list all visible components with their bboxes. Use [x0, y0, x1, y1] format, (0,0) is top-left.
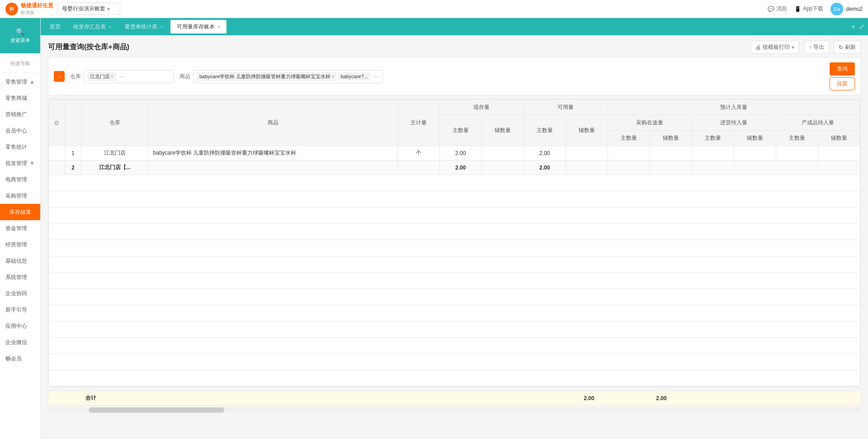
product-tag-1-close[interactable]: ×	[331, 74, 334, 79]
search-icon: 🔍	[16, 28, 25, 36]
tab-close-receipt[interactable]: ×	[108, 24, 111, 29]
footer-label: 合计	[81, 394, 117, 402]
tab-close-order[interactable]: ×	[160, 24, 163, 29]
tab-bar-right: × ⤢	[852, 23, 864, 30]
th-available: 可用量	[524, 100, 608, 115]
message-button[interactable]: 💬 消息	[768, 5, 787, 13]
table-row-empty	[49, 256, 860, 273]
search-menu-button[interactable]: 🔍 搜索菜单	[0, 18, 40, 53]
top-bar-right: 💬 消息 📱 App下载 Ea demo2	[768, 3, 863, 15]
tab-home[interactable]: 首页	[44, 23, 66, 31]
page-title: 可用量查询(按仓库+商品)	[48, 42, 129, 52]
tab-close-available[interactable]: ×	[217, 24, 220, 29]
th-product: 商品	[148, 100, 397, 146]
table-row-empty	[49, 240, 860, 256]
th-production-pending: 产成品待入量	[776, 115, 860, 131]
logo-icon: 好	[5, 3, 18, 15]
th-current-stock: 现存量	[439, 100, 524, 115]
setting-button[interactable]: 设置	[830, 77, 855, 90]
table-row-empty	[49, 370, 860, 387]
print-button[interactable]: 🖨 按模板打印 ▾	[750, 41, 799, 54]
warehouse-filter: 仓库 江北门店 × ···	[70, 70, 174, 83]
horizontal-scrollbar[interactable]	[48, 407, 861, 413]
product-filter: 商品 babycare学饮杯 儿童防摔防撞吸管杯重力球吸嘴杯宝宝水杯 × bab…	[179, 70, 383, 83]
export-button[interactable]: ↑ 导出	[804, 41, 829, 54]
print-icon: 🖨	[755, 44, 761, 51]
table-row-empty	[49, 354, 860, 370]
table-row-empty	[49, 305, 860, 321]
filter-action-buttons: 查询 设置	[830, 62, 855, 90]
scrollbar-thumb[interactable]	[89, 407, 224, 413]
sidebar-item-inventory[interactable]: 库存核算	[0, 204, 40, 220]
app-download-button[interactable]: 📱 App下载	[794, 5, 823, 13]
table-row-empty	[49, 338, 860, 354]
warehouse-input[interactable]: 江北门店 × ···	[84, 70, 174, 83]
table-row-empty	[49, 208, 860, 224]
industry-label: 母婴行业演示账套	[62, 5, 105, 13]
filter-toggle-button[interactable]: ›	[54, 71, 65, 82]
refresh-button[interactable]: ↻ 刷新	[834, 41, 861, 54]
close-all-tabs-icon[interactable]: ×	[852, 23, 855, 30]
sidebar-item-basic-info[interactable]: 基础信息	[0, 253, 40, 269]
th-production-aux: 辅数量	[818, 131, 860, 146]
sidebar-item-retail-mgmt[interactable]: 零售管理 ▲	[0, 74, 40, 90]
sidebar-item-retail-stats[interactable]: 零售统计	[0, 139, 40, 155]
column-settings-icon[interactable]: ⚙	[54, 119, 60, 127]
chevron-icon: ▲	[29, 79, 35, 85]
expand-icon[interactable]: ⤢	[859, 23, 864, 30]
sidebar-item-app-center[interactable]: 应用中心	[0, 318, 40, 334]
sidebar-item-purchase[interactable]: 采购管理	[0, 188, 40, 204]
product-ellipsis[interactable]: ···	[374, 73, 379, 80]
logo-title: 畅捷通好生意	[21, 2, 53, 9]
sidebar-nav: 快捷导航 零售管理 ▲ 零售商城 营销推广 会员中心 零售统计 批发管理 ▼ 电…	[0, 53, 40, 368]
tab-receipt-summary[interactable]: 收发存汇总表 ×	[67, 20, 118, 33]
th-avail-aux: 辅数量	[566, 115, 608, 146]
industry-selector[interactable]: 母婴行业演示账套 ▾	[57, 3, 120, 15]
warehouse-ellipsis[interactable]: ···	[119, 73, 125, 80]
chevron-right-icon: ›	[58, 73, 61, 80]
th-main-unit: 主计量	[397, 100, 439, 146]
sidebar-item-enterprise-collab[interactable]: 企业协同	[0, 285, 40, 302]
product-tag-1: babycare学饮杯 儿童防摔防撞吸管杯重力球吸嘴杯宝宝水杯 ×	[197, 72, 336, 81]
phone-icon: 📱	[794, 6, 801, 12]
chevron-down-icon3: ▾	[792, 44, 794, 51]
th-purchase-aux: 辅数量	[650, 131, 692, 146]
sidebar-item-member-center[interactable]: 会员中心	[0, 123, 40, 139]
product-tag-2: babycare?...	[338, 73, 370, 80]
username: demo2	[846, 6, 863, 12]
user-profile[interactable]: Ea demo2	[830, 3, 863, 15]
sidebar-item-finance[interactable]: 资金管理	[0, 220, 40, 236]
table-row-empty	[49, 289, 860, 305]
sidebar-item-quick-nav[interactable]: 快捷导航	[0, 55, 40, 71]
main-content: 可用量查询(按仓库+商品) 🖨 按模板打印 ▾ ↑ 导出 ↻ 刷新 › 仓库	[41, 35, 868, 439]
page-actions: 🖨 按模板打印 ▾ ↑ 导出 ↻ 刷新	[750, 41, 861, 54]
sidebar-item-ecom[interactable]: 电商管理	[0, 171, 40, 188]
message-icon: 💬	[768, 6, 774, 12]
footer-avail-main: 2.00	[643, 395, 679, 401]
tab-order-stats[interactable]: 要货单统计表 ×	[118, 20, 169, 33]
query-button[interactable]: 查询	[830, 62, 855, 76]
th-avail-main: 主数量	[524, 115, 566, 146]
sidebar-item-ops[interactable]: 经营管理	[0, 236, 40, 253]
sidebar-item-member[interactable]: 畅会员	[0, 350, 40, 367]
sidebar-item-sys-mgmt[interactable]: 系统管理	[0, 269, 40, 285]
sidebar-item-marketing[interactable]: 营销推广	[0, 106, 40, 123]
warehouse-label: 仓库	[70, 73, 81, 80]
top-bar: 好 畅捷通好生意 标准版 母婴行业演示账套 ▾ 💬 消息 📱 App下载 Ea …	[0, 0, 868, 18]
product-input[interactable]: babycare学饮杯 儿童防摔防撞吸管杯重力球吸嘴杯宝宝水杯 × babyca…	[193, 70, 383, 83]
table-row-empty	[49, 191, 860, 208]
message-label: 消息	[776, 5, 787, 13]
warehouse-tag-close[interactable]: ×	[111, 74, 113, 79]
th-inbound-aux: 辅数量	[734, 131, 776, 146]
th-stock-main: 主数量	[439, 115, 481, 146]
th-purchase-transit: 采购在途量	[608, 115, 692, 131]
th-settings: ⚙	[49, 100, 65, 146]
sidebar-item-batch-mgmt[interactable]: 批发管理 ▼	[0, 155, 40, 171]
table-footer: 合计 2.00 2.00	[48, 391, 861, 406]
sidebar-item-new-guide[interactable]: 新手引导	[0, 302, 40, 318]
table-row-empty	[49, 273, 860, 289]
refresh-icon: ↻	[839, 44, 843, 51]
sidebar-item-enterprise-wechat[interactable]: 企业微信	[0, 334, 40, 350]
sidebar-item-retail-mall[interactable]: 零售商城	[0, 90, 40, 106]
tab-available-stock[interactable]: 可用量库存账本 ×	[170, 20, 226, 33]
